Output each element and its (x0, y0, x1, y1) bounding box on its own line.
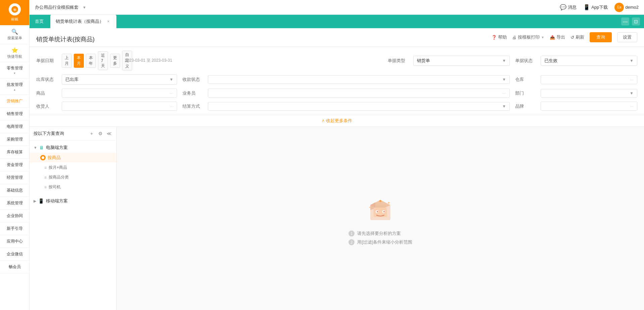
tab-maximize-btn[interactable]: ⊡ (632, 17, 640, 25)
nav-enterprise[interactable]: 企业协同 (0, 210, 29, 222)
doc-type-label: 单据类型 (388, 58, 411, 64)
nav-member[interactable]: 畅会员 (0, 261, 29, 273)
left-panel-action-btns: + ⚙ ≪ (88, 130, 112, 137)
nav-guide[interactable]: 新手引导 (0, 222, 29, 235)
tip-circle-2: 2 (348, 239, 355, 245)
app-download-label: App下载 (591, 4, 608, 10)
warehouse-dots-icon[interactable]: ··· (630, 77, 634, 82)
staff-label: 业务员 (182, 90, 205, 96)
scheme-product-category-label: 按商品分类 (49, 174, 69, 180)
brand-input[interactable]: ··· (541, 102, 637, 111)
nav-operations[interactable]: 经营管理 (0, 171, 29, 184)
message-btn[interactable]: 💬 消息 (560, 4, 577, 10)
print-icon: 🖨 (512, 35, 517, 40)
nav-sales[interactable]: 销售管理 (0, 108, 29, 120)
add-scheme-btn[interactable]: + (88, 130, 95, 137)
svg-point-8 (377, 211, 378, 212)
date-this-year-btn[interactable]: 本年 (86, 54, 96, 68)
quick-nav-label: 快捷导航 (3, 54, 26, 59)
mobile-group-icon: 📱 (38, 198, 44, 204)
page-body: 销货单统计表(按商品) ❓ 帮助 🖨 按模板打印 ▼ 📤 导出 (30, 28, 644, 310)
workspace-name[interactable]: 办公用品行业模拟账套 (35, 4, 78, 10)
refresh-btn[interactable]: ↺ 刷新 (571, 34, 584, 40)
svg-text:✦: ✦ (387, 201, 390, 205)
export-btn[interactable]: 📤 导出 (550, 34, 565, 40)
date-more-btn[interactable]: 更多 (110, 54, 120, 68)
user-menu[interactable]: Ea demo2 (614, 3, 639, 12)
scheme-by-product[interactable]: 按商品 (30, 153, 116, 163)
department-select[interactable]: ▼ (541, 89, 637, 98)
print-btn[interactable]: 🖨 按模板打印 ▼ (512, 34, 544, 40)
nav-ecommerce[interactable]: 电商管理 (0, 120, 29, 133)
staff-input[interactable]: ··· (208, 89, 510, 98)
operations-label: 经营管理 (7, 175, 23, 180)
print-arrow-icon: ▼ (541, 36, 544, 39)
nav-basic[interactable]: 基础信息 (0, 184, 29, 197)
nav-marketing[interactable]: 营销推广 (0, 95, 29, 108)
nav-system[interactable]: 系统管理 (0, 197, 29, 210)
receiver-dots-icon[interactable]: ··· (170, 104, 173, 109)
out-status-label: 出库状态 (36, 76, 59, 83)
logo-icon: 畅 (9, 3, 21, 15)
date-last-month-btn[interactable]: 上月 (62, 54, 72, 68)
empty-state: ✦ ✦ 1 请先选择要分析的方案 2 用[过滤]条件来缩小分析范围 (348, 192, 412, 245)
sidebar-search[interactable]: 🔍 搜索菜单 (0, 25, 29, 44)
nav-inventory[interactable]: 库存核算 (0, 146, 29, 159)
mobile-group-header[interactable]: ▶ 📱 移动端方案 (30, 196, 116, 206)
mobile-group-label: 移动端方案 (46, 198, 68, 204)
tab-minimize-btn[interactable]: — (621, 17, 629, 25)
tab-home[interactable]: 首页 (30, 15, 49, 28)
right-data-area: ✦ ✦ 1 请先选择要分析的方案 2 用[过滤]条件来缩小分析范围 (117, 127, 644, 310)
scheme-product-category[interactable]: ≡ 按商品分类 (30, 172, 116, 182)
date-last7-btn[interactable]: 近7天 (98, 51, 108, 70)
brand-dots-icon[interactable]: ··· (630, 104, 634, 109)
workspace-arrow-icon[interactable]: ▼ (83, 5, 86, 9)
collapse-panel-btn[interactable]: ≪ (106, 130, 112, 137)
tip-1-text: 请先选择要分析的方案 (357, 230, 401, 237)
app-logo[interactable]: 畅 标账 (0, 0, 29, 25)
nav-purchase[interactable]: 采购管理 (0, 133, 29, 146)
username: demo2 (625, 5, 639, 10)
date-buttons: 上月 本月 本年 近7天 更多 自定义 (62, 51, 132, 70)
query-button[interactable]: 查询 (590, 32, 612, 42)
guide-label: 新手引导 (7, 226, 23, 231)
settings-button[interactable]: 设置 (617, 32, 637, 42)
receiver-input[interactable]: ··· (62, 102, 177, 111)
nav-wechat[interactable]: 企业微信 (0, 248, 29, 261)
avatar[interactable]: Ea (614, 3, 624, 12)
nav-retail[interactable]: 零售管理 ▼ (0, 62, 29, 79)
left-panel: 按以下方案查询 + ⚙ ≪ ▼ 🖥 电脑端方案 (30, 127, 117, 310)
svg-text:✦: ✦ (369, 206, 371, 209)
receipt-status-select[interactable]: ▼ (208, 75, 510, 84)
goods-dots-icon[interactable]: ··· (170, 91, 173, 96)
help-icon: ❓ (491, 35, 497, 40)
payment-select[interactable]: ▼ (208, 102, 510, 111)
doc-type-select[interactable]: 销货单 ▼ (413, 56, 510, 66)
scheme-month-product-label: 按月+商品 (49, 165, 67, 170)
nav-wholesale[interactable]: 批发管理 ▲ (0, 79, 29, 95)
staff-dots-icon[interactable]: ··· (502, 91, 506, 96)
tab-active[interactable]: 销货单统计表（按商品） × (50, 15, 116, 28)
nav-finance[interactable]: 资金管理 (0, 159, 29, 171)
scheme-by-driver[interactable]: ≡ 按司机 (30, 182, 116, 192)
collapse-bar[interactable]: ∧ 收起更多条件 (30, 115, 644, 127)
out-status-select[interactable]: 已出库 ▼ (62, 74, 177, 85)
message-icon: 💬 (560, 4, 567, 10)
warehouse-input[interactable]: ··· (541, 75, 637, 84)
goods-input[interactable]: ··· (62, 89, 177, 98)
doc-status-select[interactable]: 已生效 ▼ (541, 56, 637, 66)
app-download-btn[interactable]: 📱 App下载 (583, 4, 608, 10)
help-btn[interactable]: ❓ 帮助 (491, 34, 507, 40)
filter-row-2: 出库状态 已出库 ▼ 收款状态 ▼ 仓库 (36, 74, 637, 85)
message-label: 消息 (568, 4, 577, 10)
settings-scheme-btn[interactable]: ⚙ (97, 130, 104, 137)
out-status-value: 已出库 (65, 76, 78, 83)
nav-appstore[interactable]: 应用中心 (0, 235, 29, 248)
date-this-month-btn[interactable]: 本月 (74, 54, 84, 68)
desktop-group-header[interactable]: ▼ 🖥 电脑端方案 (30, 143, 116, 153)
export-icon: 📤 (550, 35, 555, 40)
tab-close-btn[interactable]: × (106, 19, 111, 24)
scheme-month-product[interactable]: ≡ 按月+商品 (30, 163, 116, 172)
quick-nav[interactable]: ⭐ 快捷导航 (0, 44, 29, 62)
department-label: 部门 (515, 90, 538, 96)
